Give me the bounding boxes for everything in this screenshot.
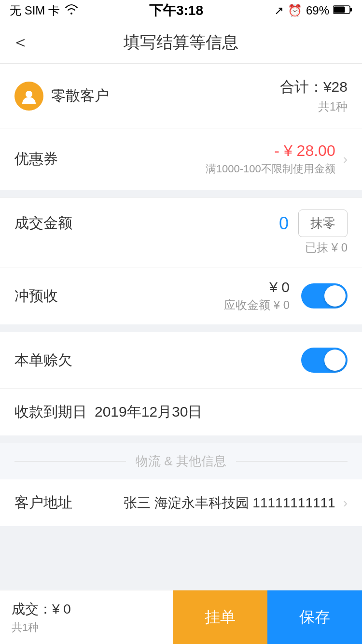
due-date-value: 2019年12月30日 <box>95 402 202 422</box>
due-date-row: 收款到期日 2019年12月30日 <box>0 388 362 435</box>
save-button[interactable]: 保存 <box>267 590 362 644</box>
logistics-line-left <box>14 461 126 462</box>
prepay-toggle-knob <box>324 285 346 307</box>
transaction-label: 成交金额 <box>14 213 72 233</box>
status-time: 下午3:18 <box>149 1 203 20</box>
debt-row: 本单赊欠 <box>0 332 362 388</box>
discount-amount: - ¥ 28.00 <box>206 142 335 160</box>
bottom-info: 成交：¥ 0 共1种 <box>0 590 173 644</box>
total-amount: 合计：¥28 <box>280 77 348 97</box>
bottom-transaction-row: 成交：¥ 0 <box>12 600 161 618</box>
bottom-transaction-label: 成交： <box>12 602 52 616</box>
transaction-row-wrapper: 成交金额 0 抹零 已抹 ¥ 0 <box>0 197 362 267</box>
address-chevron-icon: › <box>343 495 348 511</box>
hang-button[interactable]: 挂单 <box>173 590 267 644</box>
wifi-icon <box>65 4 78 17</box>
logistics-text: 物流 & 其他信息 <box>136 453 226 470</box>
debt-section: 本单赊欠 收款到期日 2019年12月30日 <box>0 332 362 435</box>
due-date-label: 收款到期日 <box>14 402 87 422</box>
customer-right: 合计：¥28 共1种 <box>280 77 348 114</box>
coupon-row[interactable]: 优惠券 - ¥ 28.00 满1000-100不限制使用金额 › <box>0 128 362 190</box>
back-button[interactable]: ＜ <box>12 30 29 54</box>
prepay-toggle[interactable] <box>301 283 348 308</box>
customer-left: 零散客户 <box>14 82 109 111</box>
logistics-line-right <box>236 461 348 462</box>
transaction-right: 0 抹零 <box>279 210 348 237</box>
debt-label: 本单赊欠 <box>14 350 72 370</box>
discount-desc: 满1000-100不限制使用金额 <box>206 162 335 176</box>
location-icon: ↗ <box>274 4 284 17</box>
customer-section: 零散客户 合计：¥28 共1种 优惠券 - ¥ 28.00 满1000-100不… <box>0 64 362 190</box>
avatar <box>14 82 43 111</box>
logistics-divider: 物流 & 其他信息 <box>0 443 362 479</box>
coupon-chevron-icon: › <box>343 152 348 167</box>
status-right: ↗ ⏰ 69% <box>274 4 352 17</box>
transaction-row: 成交金额 0 抹零 <box>14 210 348 237</box>
customer-row: 零散客户 合计：¥28 共1种 <box>0 64 362 128</box>
address-row[interactable]: 客户地址 张三 海淀永丰科技园 11111111111 › <box>0 479 362 526</box>
no-sim-text: 无 SIM 卡 <box>10 3 60 18</box>
round-button[interactable]: 抹零 <box>298 210 348 237</box>
total-count: 共1种 <box>280 99 348 114</box>
svg-rect-2 <box>334 7 345 13</box>
battery-text: 69% <box>306 4 329 17</box>
address-value: 张三 海淀永丰科技园 11111111111 <box>80 494 335 512</box>
transaction-sub: 已抹 ¥ 0 <box>14 240 348 255</box>
status-bar: 无 SIM 卡 下午3:18 ↗ ⏰ 69% <box>0 0 362 21</box>
bottom-bar: 成交：¥ 0 共1种 挂单 保存 <box>0 590 362 644</box>
prepay-row: 冲预收 ¥ 0 应收金额 ¥ 0 <box>0 267 362 324</box>
prepay-label: 冲预收 <box>14 286 58 306</box>
coupon-value-block: - ¥ 28.00 满1000-100不限制使用金额 <box>206 142 335 176</box>
logistics-section: 物流 & 其他信息 客户地址 张三 海淀永丰科技园 11111111111 › <box>0 443 362 526</box>
bottom-count: 共1种 <box>12 620 161 635</box>
prepay-right: ¥ 0 应收金额 ¥ 0 <box>224 279 348 313</box>
debt-toggle[interactable] <box>301 348 348 373</box>
status-left: 无 SIM 卡 <box>10 3 78 18</box>
nav-bar: ＜ 填写结算等信息 <box>0 21 362 64</box>
debt-toggle-knob <box>324 350 346 371</box>
prepay-sub: 应收金额 ¥ 0 <box>224 297 290 313</box>
customer-name: 零散客户 <box>51 86 109 106</box>
alarm-icon: ⏰ <box>288 4 302 17</box>
bottom-transaction-value: ¥ 0 <box>52 602 71 616</box>
content: 零散客户 合计：¥28 共1种 优惠券 - ¥ 28.00 满1000-100不… <box>0 64 362 592</box>
transaction-section: 成交金额 0 抹零 已抹 ¥ 0 冲预收 ¥ 0 应收金额 ¥ 0 <box>0 197 362 324</box>
coupon-label: 优惠券 <box>14 149 58 169</box>
svg-point-3 <box>26 91 32 98</box>
prepay-value-block: ¥ 0 应收金额 ¥ 0 <box>224 279 290 313</box>
prepay-amount: ¥ 0 <box>224 279 290 295</box>
svg-rect-1 <box>350 8 352 12</box>
transaction-value: 0 <box>279 213 289 234</box>
address-label: 客户地址 <box>14 493 72 513</box>
coupon-right: - ¥ 28.00 满1000-100不限制使用金额 › <box>206 142 348 176</box>
nav-title: 填写结算等信息 <box>124 31 238 54</box>
battery-icon <box>333 4 352 17</box>
